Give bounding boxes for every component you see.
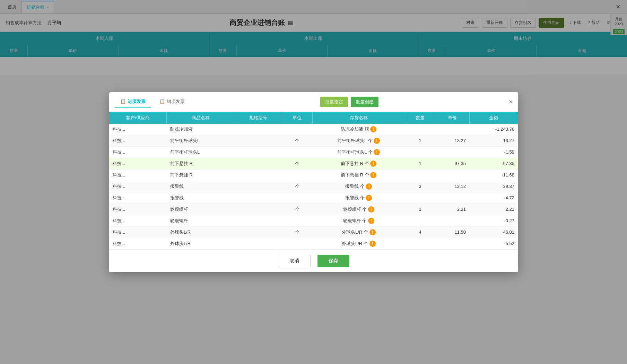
- product-name-cell: 前下悬挂 R: [167, 169, 235, 181]
- unit-cell: 个: [282, 226, 313, 238]
- save-button[interactable]: 保存: [317, 255, 349, 267]
- warn-icon[interactable]: !: [370, 126, 376, 132]
- warn-icon[interactable]: !: [368, 206, 374, 213]
- unit-cell: 个: [282, 181, 313, 192]
- inventory-name-cell: 前下悬挂 R 个 !: [312, 158, 405, 169]
- product-name-cell: 轮毂螺杆: [167, 203, 235, 215]
- unit-price-cell: 2.21: [435, 203, 469, 215]
- invoice-table: 客户/供应商 商品名称 规格型号 单位 存货名称 数量 单价 金额 科技...防…: [109, 112, 518, 250]
- unit-price-cell: 13.12: [435, 181, 469, 192]
- th-product-name: 商品名称: [167, 112, 235, 124]
- supplier-cell: 科技...: [109, 135, 167, 146]
- table-row[interactable]: 科技...前下悬挂 R个前下悬挂 R 个 !197.3597.35: [109, 158, 518, 169]
- spec-cell: [235, 135, 282, 146]
- tab-sales-invoice[interactable]: 📋 销项发票: [154, 96, 190, 108]
- unit-price-cell: 11.50: [435, 226, 469, 238]
- supplier-cell: 科技...: [109, 226, 167, 238]
- unit-cell: 个: [282, 135, 313, 146]
- batch-create-button[interactable]: 批量创建: [351, 97, 378, 107]
- modal-header: 📋 进项发票 📋 销项发票 批量指定 批量创建 ×: [109, 92, 518, 112]
- tab-sales-label: 销项发票: [167, 98, 185, 105]
- table-row[interactable]: 科技...前下悬挂 R前下悬挂 R 个 !-11.68: [109, 169, 518, 181]
- table-row[interactable]: 科技...前平衡杆球头L前平衡杆球头L 个 !-1.59: [109, 146, 518, 158]
- product-name-cell: 报警线: [167, 181, 235, 192]
- batch-assign-button[interactable]: 批量指定: [320, 97, 348, 107]
- modal-close-button[interactable]: ×: [509, 99, 513, 105]
- spec-cell: [235, 238, 282, 249]
- table-row[interactable]: 科技...报警线报警线 个 !-4.72: [109, 192, 518, 203]
- inventory-name-cell: 前平衡杆球头L 个 !: [312, 135, 405, 146]
- unit-cell: [282, 192, 313, 203]
- inventory-name-cell: 报警线 个 !: [312, 192, 405, 203]
- amount-cell: -5.52: [469, 238, 518, 249]
- table-row[interactable]: 科技...防冻冷却液防冻冷却液 瓶 !-1,243.76: [109, 124, 518, 135]
- modal-footer: 取消 保存: [109, 250, 518, 272]
- modal-table[interactable]: 客户/供应商 商品名称 规格型号 单位 存货名称 数量 单价 金额 科技...防…: [109, 112, 518, 250]
- product-name-cell: 前平衡杆球头L: [167, 146, 235, 158]
- warn-icon[interactable]: !: [374, 149, 380, 155]
- product-name-cell: 报警线: [167, 192, 235, 203]
- supplier-cell: 科技...: [109, 124, 167, 135]
- unit-cell: [282, 124, 313, 135]
- qty-cell: [405, 215, 435, 226]
- spec-cell: [235, 158, 282, 169]
- th-unit-price: 单价: [435, 112, 469, 124]
- warn-icon[interactable]: !: [369, 229, 376, 235]
- inventory-name-cell: 防冻冷却液 瓶 !: [312, 124, 405, 135]
- modal-header-actions: 批量指定 批量创建: [320, 97, 378, 107]
- qty-cell: 1: [405, 203, 435, 215]
- amount-cell: 2.21: [469, 203, 518, 215]
- cancel-button[interactable]: 取消: [278, 255, 311, 267]
- tab-purchase-label: 进项发票: [128, 98, 146, 105]
- inventory-name-cell: 前下悬挂 R 个 !: [312, 169, 405, 181]
- unit-cell: 个: [282, 203, 313, 215]
- amount-cell: -1.59: [469, 146, 518, 158]
- amount-cell: 97.35: [469, 158, 518, 169]
- table-row[interactable]: 科技...外球头L/R个外球头L/R 个 !411.5046.01: [109, 226, 518, 238]
- tab-purchase-invoice[interactable]: 📋 进项发票: [115, 96, 151, 108]
- spec-cell: [235, 215, 282, 226]
- amount-cell: -4.72: [469, 192, 518, 203]
- inventory-name-cell: 报警线 个 !: [312, 181, 405, 192]
- warn-icon[interactable]: !: [370, 172, 376, 178]
- unit-price-cell: [435, 238, 469, 249]
- spec-cell: [235, 146, 282, 158]
- qty-cell: 4: [405, 226, 435, 238]
- warn-icon[interactable]: !: [368, 218, 374, 224]
- qty-cell: [405, 124, 435, 135]
- unit-price-cell: [435, 215, 469, 226]
- table-row[interactable]: 科技...报警线个报警线 个 !313.1239.37: [109, 181, 518, 192]
- amount-cell: 46.01: [469, 226, 518, 238]
- spec-cell: [235, 169, 282, 181]
- supplier-cell: 科技...: [109, 238, 167, 249]
- spec-cell: [235, 226, 282, 238]
- unit-price-cell: [435, 124, 469, 135]
- warn-icon[interactable]: !: [366, 195, 372, 201]
- th-qty: 数量: [405, 112, 435, 124]
- amount-cell: -0.27: [469, 215, 518, 226]
- unit-price-cell: 97.35: [435, 158, 469, 169]
- table-row[interactable]: 科技...轮毂螺杆轮毂螺杆 个 !-0.27: [109, 215, 518, 226]
- qty-cell: 3: [405, 181, 435, 192]
- inventory-name-cell: 轮毂螺杆 个 !: [312, 215, 405, 226]
- modal-backdrop: 📋 进项发票 📋 销项发票 批量指定 批量创建 ×: [0, 14, 627, 364]
- inventory-name-cell: 轮毂螺杆 个 !: [312, 203, 405, 215]
- modal-dialog: 📋 进项发票 📋 销项发票 批量指定 批量创建 ×: [109, 92, 518, 272]
- table-row[interactable]: 科技...外球头L/R外球头L/R 个 !-5.52: [109, 238, 518, 249]
- supplier-cell: 科技...: [109, 158, 167, 169]
- table-row[interactable]: 科技...前平衡杆球头L个前平衡杆球头L 个 !113.2713.27: [109, 135, 518, 146]
- spec-cell: [235, 124, 282, 135]
- inventory-name-cell: 外球头L/R 个 !: [312, 238, 405, 249]
- table-row[interactable]: 科技...轮毂螺杆个轮毂螺杆 个 !12.212.21: [109, 203, 518, 215]
- th-amount: 金额: [469, 112, 518, 124]
- warn-icon[interactable]: !: [366, 183, 372, 190]
- warn-icon[interactable]: !: [369, 241, 376, 247]
- unit-price-cell: 13.27: [435, 135, 469, 146]
- unit-price-cell: [435, 146, 469, 158]
- warn-icon[interactable]: !: [374, 138, 380, 144]
- supplier-cell: 科技...: [109, 192, 167, 203]
- product-name-cell: 防冻冷却液: [167, 124, 235, 135]
- unit-cell: [282, 169, 313, 181]
- warn-icon[interactable]: !: [370, 161, 376, 167]
- supplier-cell: 科技...: [109, 146, 167, 158]
